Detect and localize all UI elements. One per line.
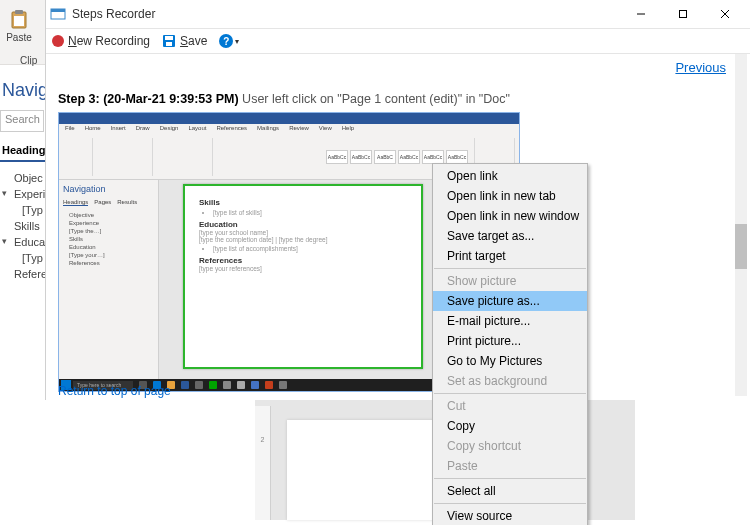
navigation-search-input[interactable]: Search do <box>0 110 44 132</box>
tree-item-objective[interactable]: Objec <box>0 170 45 186</box>
ctx-copy-shortcut: Copy shortcut <box>433 436 587 456</box>
ctx-separator <box>434 478 586 479</box>
close-button[interactable] <box>704 0 746 28</box>
minimize-button[interactable] <box>620 0 662 28</box>
return-to-top-link[interactable]: Return to top of page <box>58 384 171 398</box>
help-dropdown[interactable]: ? ▾ <box>219 34 239 48</box>
ctx-open-link[interactable]: Open link <box>433 166 587 186</box>
svg-rect-10 <box>165 36 173 40</box>
maximize-icon <box>678 9 688 19</box>
ctx-select-all[interactable]: Select all <box>433 481 587 501</box>
minimize-icon <box>636 9 646 19</box>
maximize-button[interactable] <box>662 0 704 28</box>
save-button[interactable]: Save <box>162 34 207 48</box>
ctx-set-as-background: Set as background <box>433 371 587 391</box>
tree-item-skills[interactable]: Skills <box>0 218 45 234</box>
ctx-view-source[interactable]: View source <box>433 506 587 525</box>
previous-link[interactable]: Previous <box>675 60 726 75</box>
window-title: Steps Recorder <box>72 7 620 21</box>
recording-content: Previous Step 3: (20-Mar-21 9:39:53 PM) … <box>46 54 750 392</box>
tree-item-experience[interactable]: Experie <box>0 186 45 202</box>
step-description: User left click on "Page 1 content (edit… <box>239 92 510 106</box>
paste-button[interactable]: Paste <box>5 10 33 43</box>
paste-label: Paste <box>6 32 32 43</box>
title-bar: Steps Recorder <box>46 0 750 28</box>
steps-recorder-window: Steps Recorder New Recording Save ? ▾ Pr… <box>45 0 750 400</box>
ctx-open-link-new-window[interactable]: Open link in new window <box>433 206 587 226</box>
svg-rect-2 <box>14 16 24 26</box>
ctx-print-target[interactable]: Print target <box>433 246 587 266</box>
save-icon <box>162 34 176 48</box>
new-recording-button[interactable]: New Recording <box>52 34 150 48</box>
svg-rect-6 <box>680 11 687 18</box>
ctx-separator <box>434 393 586 394</box>
ctx-go-to-my-pictures[interactable]: Go to My Pictures <box>433 351 587 371</box>
shot-document-page: Skills [type list of skills] Education [… <box>183 184 423 369</box>
shot-nav-pane: Navigation Headings Pages Results Object… <box>59 180 159 379</box>
vertical-ruler: 2 <box>255 406 271 520</box>
ctx-separator <box>434 268 586 269</box>
ctx-save-picture-as[interactable]: Save picture as... <box>433 291 587 311</box>
tree-item-education[interactable]: Educat <box>0 234 45 250</box>
tree-item-references[interactable]: Referen <box>0 266 45 282</box>
context-menu: Open link Open link in new tab Open link… <box>432 163 588 525</box>
steps-recorder-icon <box>50 6 66 22</box>
step-label: Step 3: (20-Mar-21 9:39:53 PM) <box>58 92 239 106</box>
ctx-separator <box>434 503 586 504</box>
ctx-show-picture: Show picture <box>433 271 587 291</box>
tree-item-typ1[interactable]: [Typ <box>0 202 45 218</box>
scrollbar-thumb[interactable] <box>735 224 747 269</box>
svg-rect-1 <box>15 10 23 14</box>
ctx-save-target-as[interactable]: Save target as... <box>433 226 587 246</box>
help-icon: ? <box>219 34 233 48</box>
record-icon <box>52 35 64 47</box>
ctx-paste: Paste <box>433 456 587 476</box>
ruler-tick: 2 <box>255 436 270 443</box>
ctx-open-link-new-tab[interactable]: Open link in new tab <box>433 186 587 206</box>
close-icon <box>720 9 730 19</box>
clipboard-icon <box>10 10 28 30</box>
navigation-tree: Objec Experie [Typ Skills Educat [Typ Re… <box>0 170 45 282</box>
scrollbar[interactable] <box>735 54 747 396</box>
ctx-email-picture[interactable]: E-mail picture... <box>433 311 587 331</box>
shot-ribbon-tabs: FileHomeInsertDrawDesignLayoutReferences… <box>63 124 356 132</box>
step-caption: Step 3: (20-Mar-21 9:39:53 PM) User left… <box>58 92 732 106</box>
svg-rect-11 <box>166 42 172 46</box>
shot-titlebar <box>59 113 519 124</box>
ctx-cut: Cut <box>433 396 587 416</box>
svg-rect-4 <box>51 9 65 12</box>
toolbar: New Recording Save ? ▾ <box>46 28 750 54</box>
ctx-copy[interactable]: Copy <box>433 416 587 436</box>
chevron-down-icon: ▾ <box>235 37 239 46</box>
ctx-print-picture[interactable]: Print picture... <box>433 331 587 351</box>
clipboard-group-label: Clip <box>20 55 37 66</box>
tree-item-typ2[interactable]: [Typ <box>0 250 45 266</box>
